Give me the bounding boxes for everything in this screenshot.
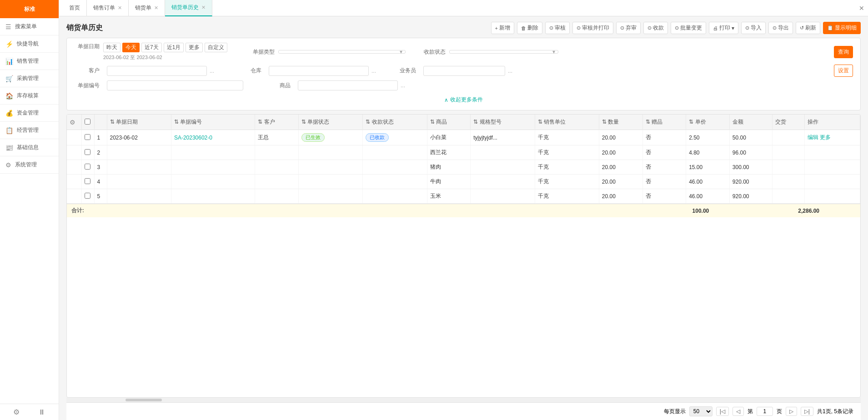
scroll-thumb[interactable] <box>125 399 162 401</box>
select-all-checkbox[interactable] <box>85 119 90 125</box>
collect-status-arrow: ▾ <box>552 49 555 55</box>
table-gear-icon[interactable]: ⚙ <box>70 119 75 126</box>
sidebar-item-quick-nav[interactable]: ⚡ 快捷导航 <box>0 35 59 53</box>
col-unit-price[interactable]: ⇅ 单价 <box>686 115 730 130</box>
goods-input[interactable] <box>298 80 398 90</box>
col-gift[interactable]: ⇅ 赠品 <box>642 115 686 130</box>
print-button[interactable]: 🖨 打印 ▾ <box>709 22 738 34</box>
horizontal-scrollbar[interactable] <box>66 398 861 402</box>
query-button[interactable]: 查询 <box>834 46 853 58</box>
cell-doc-no[interactable] <box>171 175 255 189</box>
new-button[interactable]: + 新增 <box>491 22 514 34</box>
import-button[interactable]: ⊙ 导入 <box>741 22 766 34</box>
row-checkbox[interactable] <box>85 134 90 140</box>
audit-print-button[interactable]: ⊙ 审核并打印 <box>572 22 613 34</box>
sidebar-item-sales-mgmt[interactable]: 📊 销售管理 <box>0 53 59 70</box>
cell-check[interactable] <box>81 175 94 189</box>
table-header-row: ⚙ ⇅ 单据日期 ⇅ 单据编号 ⇅ 客户 ⇅ 单据状态 ⇅ 收款状态 ⇅ 商品 … <box>67 115 860 130</box>
salesperson-input[interactable] <box>423 66 505 76</box>
sidebar-item-purchase-mgmt[interactable]: 🛒 采购管理 <box>0 70 59 87</box>
date-btn-7days[interactable]: 近7天 <box>141 43 162 52</box>
doc-type-select[interactable]: ▾ <box>278 50 406 54</box>
cell-doc-no[interactable]: SA-20230602-0 <box>171 130 255 145</box>
doc-no-input[interactable] <box>107 80 243 90</box>
customer-input[interactable] <box>107 66 207 76</box>
cell-gift: 否 <box>642 189 686 204</box>
tab-sales-history-close[interactable]: ✕ <box>201 5 206 10</box>
date-btn-1month[interactable]: 近1月 <box>164 43 184 52</box>
warehouse-input[interactable] <box>269 66 369 76</box>
cell-check[interactable] <box>81 189 94 204</box>
customer-dots[interactable]: ... <box>210 68 214 74</box>
abandon-button[interactable]: ⊙ 弃审 <box>616 22 641 34</box>
page-number-input[interactable] <box>757 407 773 416</box>
cell-check[interactable] <box>81 130 94 145</box>
batch-change-button[interactable]: ⊙ 批量变更 <box>671 22 706 34</box>
row-checkbox[interactable] <box>85 193 90 199</box>
tab-sales-history[interactable]: 销货单历史 ✕ <box>165 0 212 16</box>
next-page-btn[interactable]: ▷ <box>786 407 797 416</box>
tab-sales-goods[interactable]: 销货单 ✕ <box>129 0 165 16</box>
date-btn-yesterday[interactable]: 昨天 <box>103 43 120 52</box>
cell-doc-no[interactable] <box>171 189 255 204</box>
col-doc-no[interactable]: ⇅ 单据编号 <box>171 115 255 130</box>
tab-sales-order-close[interactable]: ✕ <box>118 5 122 11</box>
col-doc-status[interactable]: ⇅ 单据状态 <box>299 115 363 130</box>
col-check[interactable] <box>81 115 94 130</box>
delete-button[interactable]: 🗑 删除 <box>517 22 542 34</box>
cell-check[interactable] <box>81 145 94 160</box>
salesperson-dots[interactable]: ... <box>508 68 512 74</box>
tab-bar-close-btn[interactable]: ✕ <box>859 5 864 12</box>
sidebar-item-basic-info[interactable]: 📰 基础信息 <box>0 139 59 156</box>
sidebar-item-finance[interactable]: 💰 资金管理 <box>0 105 59 122</box>
tab-sales-order[interactable]: 销售订单 ✕ <box>87 0 129 16</box>
col-doc-date[interactable]: ⇅ 单据日期 <box>107 115 171 130</box>
row-checkbox[interactable] <box>85 149 90 155</box>
col-collect-status[interactable]: ⇅ 收款状态 <box>363 115 427 130</box>
collect-status-select[interactable]: ▾ <box>449 50 558 54</box>
sidebar-item-operations[interactable]: 📋 经营管理 <box>0 122 59 139</box>
goods-dots[interactable]: ... <box>401 82 405 89</box>
sidebar-item-inventory[interactable]: 🏠 库存核算 <box>0 87 59 105</box>
sidebar: 标准 ☰ 搜索菜单 ⚡ 快捷导航 📊 销售管理 🛒 采购管理 🏠 库存核算 💰 … <box>0 0 59 420</box>
cell-collect-status <box>363 189 427 204</box>
sidebar-settings-btn[interactable]: ⚙ <box>13 408 20 416</box>
sidebar-item-sys-mgmt[interactable]: ⚙ 系统管理 <box>0 156 59 174</box>
page-size-select[interactable]: 50 100 200 <box>689 406 712 416</box>
last-page-btn[interactable]: ▷| <box>801 407 813 416</box>
sidebar-collapse-btn[interactable]: ⏸ <box>38 408 45 416</box>
audit-button[interactable]: ⊙ 审核 <box>545 22 570 34</box>
cell-doc-no[interactable] <box>171 160 255 175</box>
pagination-bar: 每页显示 50 100 200 |◁ ◁ 第 页 ▷ ▷| 共1页, 5条记录 <box>66 402 861 420</box>
tab-home[interactable]: 首页 <box>63 0 87 16</box>
settings-button[interactable]: 设置 <box>834 65 853 77</box>
date-btn-custom[interactable]: 自定义 <box>205 43 227 52</box>
col-gear[interactable]: ⚙ <box>67 115 81 130</box>
col-sales-unit[interactable]: ⇅ 销售单位 <box>535 115 599 130</box>
tab-sales-goods-close[interactable]: ✕ <box>154 5 158 11</box>
prev-page-btn[interactable]: ◁ <box>733 407 744 416</box>
export-button[interactable]: ⊙ 导出 <box>768 22 793 34</box>
warehouse-dots[interactable]: ... <box>371 68 376 74</box>
row-checkbox[interactable] <box>85 164 90 170</box>
collect-button[interactable]: ⊙ 收款 <box>643 22 668 34</box>
row-checkbox[interactable] <box>85 178 90 184</box>
col-quantity[interactable]: ⇅ 数量 <box>599 115 642 130</box>
collapse-button[interactable]: ∧ 收起更多条件 <box>74 94 853 105</box>
table-body: 1 2023-06-02 SA-20230602-0 王总 已生效 已收款 小白… <box>67 130 860 204</box>
filter-collect-status: 收款状态 ▾ <box>420 48 558 56</box>
first-page-btn[interactable]: |◁ <box>716 407 729 416</box>
doc-no-link[interactable]: SA-20230602-0 <box>174 135 212 141</box>
cell-doc-no[interactable] <box>171 145 255 160</box>
more-action[interactable]: 更多 <box>820 134 831 140</box>
show-detail-button[interactable]: 📋 显示明细 <box>823 22 861 34</box>
date-btn-today[interactable]: 今天 <box>122 43 140 52</box>
col-customer[interactable]: ⇅ 客户 <box>255 115 299 130</box>
col-spec[interactable]: ⇅ 规格型号 <box>471 115 535 130</box>
edit-action[interactable]: 编辑 <box>808 134 818 140</box>
cell-check[interactable] <box>81 160 94 175</box>
date-btn-more[interactable]: 更多 <box>186 43 203 52</box>
col-goods[interactable]: ⇅ 商品 <box>427 115 471 130</box>
refresh-button[interactable]: ↺ 刷新 <box>796 22 820 34</box>
sidebar-item-search-menu[interactable]: ☰ 搜索菜单 <box>0 18 59 35</box>
